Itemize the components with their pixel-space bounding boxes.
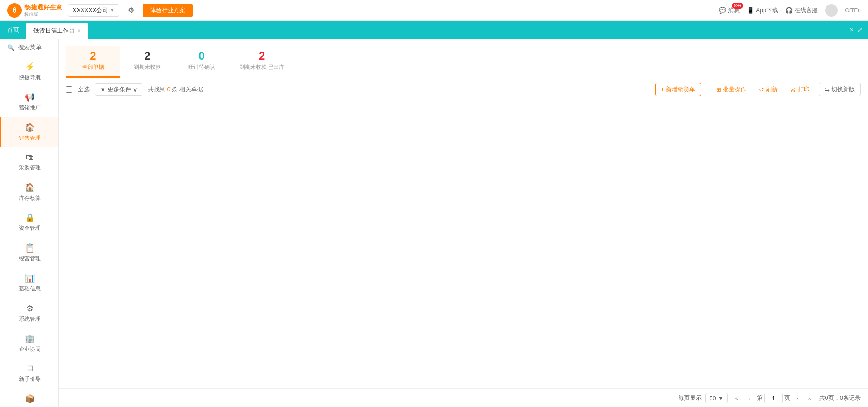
sidebar-item-label: 采购管理 — [19, 164, 41, 172]
search-menu-item[interactable]: 🔍 搜索菜单 — [0, 39, 58, 56]
sidebar-item-sales[interactable]: 🏠 销售管理 — [0, 117, 58, 147]
last-page-button[interactable]: » — [805, 393, 816, 403]
sidebar-item-inventory[interactable]: 🏠 库存核算 — [0, 177, 58, 207]
refresh-label: 刷新 — [766, 85, 778, 94]
sidebar-item-label: 资金管理 — [19, 225, 41, 232]
sales-icon: 🏠 — [25, 122, 35, 132]
inventory-icon: 🏠 — [25, 182, 35, 192]
logo-text: 畅捷通好生意 标准版 — [24, 3, 62, 17]
stat-label-overdue: 到期未收款 — [134, 63, 161, 71]
download-icon: 📱 — [747, 7, 754, 14]
enterprise-icon: 🏢 — [25, 334, 35, 344]
tab-close-icon[interactable]: × — [77, 28, 80, 34]
refresh-icon: ↺ — [759, 86, 764, 93]
sidebar-item-label: 快捷导航 — [19, 74, 41, 81]
logo-icon: 6 — [7, 3, 22, 18]
stat-tab-pending[interactable]: 0 旺铺待确认 — [175, 46, 229, 78]
service-icon: 🎧 — [785, 7, 793, 14]
sidebar-item-label: 企业协同 — [19, 346, 41, 353]
switch-version-button[interactable]: ⇆ 切换新版 — [819, 83, 861, 96]
tab-maximize-icon[interactable]: ⤢ — [857, 26, 863, 33]
sidebar-item-marketing[interactable]: 📢 营销推广 — [0, 87, 58, 117]
empty-area — [59, 101, 868, 388]
app-download-button[interactable]: 📱 App下载 — [747, 6, 778, 14]
batch-operation-button[interactable]: ⊞ 批量操作 — [712, 83, 750, 96]
next-page-button[interactable]: › — [792, 393, 803, 403]
marketing-icon: 📢 — [25, 92, 35, 102]
sidebar-item-basic-info[interactable]: 📊 基础信息 — [0, 268, 58, 298]
home-tab-label: 首页 — [7, 26, 19, 34]
toolbar-right: + 新增销货单 ⊞ 批量操作 ↺ 刷新 🖨 打印 ⇆ 切换新版 — [655, 83, 861, 96]
sidebar-item-label: 基础信息 — [19, 285, 41, 293]
guide-icon: 🖥 — [26, 364, 34, 374]
per-page-label: 每页显示 — [678, 394, 702, 402]
select-all-checkbox[interactable] — [66, 86, 72, 93]
refresh-button[interactable]: ↺ 刷新 — [755, 83, 781, 96]
system-icon: ⚙ — [26, 304, 33, 313]
company-name: XXXXXX公司 — [73, 6, 108, 14]
print-button[interactable]: 🖨 打印 — [787, 83, 813, 96]
result-prefix: 共找到 — [148, 86, 165, 93]
sidebar-item-label: 营销推广 — [19, 104, 41, 112]
user-text: OfTEn — [845, 7, 861, 14]
message-badge: 99+ — [732, 3, 743, 9]
sidebar-item-system[interactable]: ⚙ 系统管理 — [0, 298, 58, 328]
result-unit: 条 — [172, 86, 178, 93]
batch-label: 批量操作 — [723, 85, 746, 94]
add-sales-button[interactable]: + 新增销货单 — [655, 83, 701, 96]
sidebar-item-quick-nav[interactable]: ⚡ 快捷导航 — [0, 56, 58, 87]
basic-info-icon: 📊 — [25, 273, 35, 283]
tab-close-window-icon[interactable]: × — [850, 26, 854, 33]
sidebar-item-enterprise[interactable]: 🏢 企业协同 — [0, 328, 58, 359]
prev-page-button[interactable]: ‹ — [744, 393, 755, 403]
message-button[interactable]: 💬 消息 99+ — [719, 6, 740, 14]
top-header: 6 畅捷通好生意 标准版 XXXXXX公司 ▼ ⚙ 体验行业方案 💬 消息 99… — [0, 0, 868, 21]
header-right: 💬 消息 99+ 📱 App下载 🎧 在线客服 OfTEn — [719, 4, 861, 17]
pagination: 每页显示 50 ▼ « ‹ 第 页 › » 共0页，0条记录 — [59, 388, 868, 407]
stat-tab-overdue[interactable]: 2 到期未收款 — [120, 46, 175, 78]
divider — [707, 86, 707, 93]
stat-tab-unshipped[interactable]: 2 到期未收款 已出库 — [229, 46, 295, 78]
sidebar-item-purchase[interactable]: 🛍 采购管理 — [0, 147, 58, 177]
app-download-label: App下载 — [756, 6, 778, 14]
header-left: 6 畅捷通好生意 标准版 XXXXXX公司 ▼ ⚙ 体验行业方案 — [7, 3, 193, 18]
toolbar-left: 全选 ▼ 更多条件 ∨ 共找到 0 条 相关单据 — [66, 83, 203, 96]
page-label: 第 — [757, 394, 763, 402]
page-size-chevron: ▼ — [718, 395, 724, 402]
batch-icon: ⊞ — [716, 86, 721, 93]
stat-tab-all[interactable]: 2 全部单据 — [66, 46, 120, 78]
sidebar-item-guide[interactable]: 🖥 新手引导 — [0, 359, 58, 388]
tab-workbench[interactable]: 钱货日清工作台 × — [26, 23, 88, 39]
stat-count-all: 2 — [90, 50, 96, 62]
result-count: 0 — [167, 86, 170, 93]
sidebar-item-label: 销售管理 — [19, 134, 41, 142]
workbench-tab-label: 钱货日清工作台 — [33, 27, 75, 35]
avatar[interactable] — [825, 4, 838, 17]
print-icon: 🖨 — [790, 86, 796, 93]
content-area: 2 全部单据 2 到期未收款 0 旺铺待确认 2 到期未收款 已出库 全选 — [59, 39, 868, 407]
page-size-value: 50 — [709, 395, 716, 402]
stat-count-pending: 0 — [198, 50, 204, 62]
app-name: 畅捷通好生意 — [24, 3, 62, 11]
stat-count-unshipped: 2 — [259, 50, 265, 62]
company-selector[interactable]: XXXXXX公司 ▼ — [68, 4, 119, 17]
stat-label-all: 全部单据 — [82, 63, 104, 71]
sidebar-item-label: 系统管理 — [19, 315, 41, 323]
total-label: 共0页，0条记录 — [819, 394, 861, 402]
sidebar-item-app-center[interactable]: 📦 应用中心 — [0, 388, 58, 407]
settings-button[interactable]: ⚙ — [125, 4, 137, 17]
trial-button[interactable]: 体验行业方案 — [143, 4, 193, 17]
filter-button[interactable]: ▼ 更多条件 ∨ — [95, 83, 142, 96]
page-size-selector[interactable]: 50 ▼ — [705, 393, 727, 403]
purchase-icon: 🛍 — [26, 153, 34, 162]
sidebar-item-capital[interactable]: 🔒 资金管理 — [0, 207, 58, 238]
sidebar-item-operation[interactable]: 📋 经营管理 — [0, 238, 58, 268]
search-menu-label: 搜索菜单 — [18, 43, 42, 51]
user-name[interactable]: OfTEn — [845, 7, 861, 14]
first-page-button[interactable]: « — [731, 393, 742, 403]
current-page-input[interactable] — [764, 393, 783, 403]
tab-home[interactable]: 首页 — [0, 21, 26, 39]
stats-tabs: 2 全部单据 2 到期未收款 0 旺铺待确认 2 到期未收款 已出库 — [59, 39, 868, 78]
switch-icon: ⇆ — [825, 86, 830, 93]
online-service-button[interactable]: 🎧 在线客服 — [785, 6, 818, 14]
